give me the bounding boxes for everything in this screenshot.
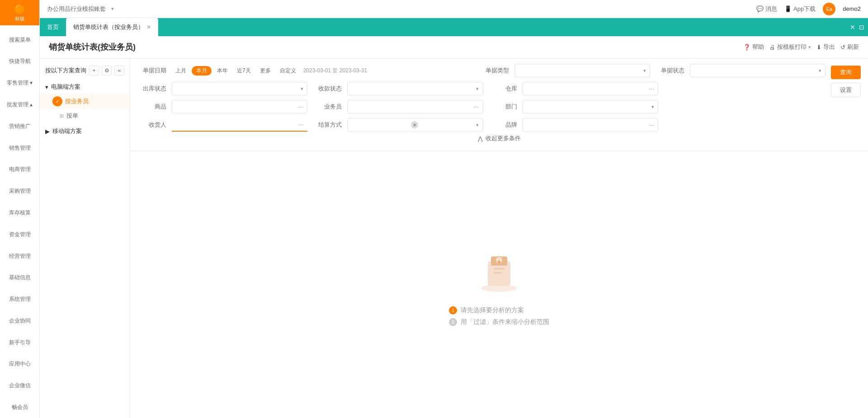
date-tab-last-7days[interactable]: 近7天 <box>233 66 255 76</box>
sidebar-item-system[interactable]: 系统管理 <box>0 288 39 310</box>
sidebar-item-guide[interactable]: 新手引导 <box>0 332 39 353</box>
tab-close-window-icon[interactable]: ✕ <box>850 24 855 31</box>
settlement-label: 结算方式 <box>313 121 342 129</box>
sidebar-item-member[interactable]: 畅会员 <box>0 396 39 418</box>
filter-row-status: 出库状态 ▾ 收款状态 ▾ 仓库 <box>137 82 826 95</box>
tab-maximize-icon[interactable]: ⊡ <box>859 24 864 31</box>
department-select[interactable]: ▾ <box>523 100 658 114</box>
plan-item-by-salesperson[interactable]: ✓ 按业务员 <box>40 94 130 109</box>
tip-text-2: 用「过滤」条件来缩小分析范围 <box>461 318 549 326</box>
print-label: 按模板打印 <box>777 43 807 51</box>
empty-tip-1: 1 请先选择要分析的方案 <box>449 306 549 314</box>
sidebar-item-wechat[interactable]: 企业微信 <box>0 375 39 397</box>
refresh-button[interactable]: ↺ 刷新 <box>840 43 859 51</box>
mobile-expand-icon: ▶ <box>45 128 50 135</box>
payment-status-label: 收款状态 <box>313 85 342 93</box>
collapse-icon: ⋀ <box>478 135 483 142</box>
print-button[interactable]: 🖨 按模板打印 ▾ <box>769 43 811 51</box>
brand-label: 品牌 <box>488 121 517 129</box>
empty-tips: 1 请先选择要分析的方案 2 用「过滤」条件来缩小分析范围 <box>449 306 549 326</box>
sidebar-item-operation[interactable]: 经营管理 <box>0 245 39 267</box>
warehouse-select[interactable]: ··· <box>523 82 658 95</box>
mobile-plan-group: ▶ 移动端方案 <box>40 124 130 138</box>
empty-tip-2: 2 用「过滤」条件来缩小分析范围 <box>449 318 549 326</box>
goods-label: 商品 <box>137 103 166 111</box>
salesperson-dots-icon: ··· <box>473 103 479 110</box>
tab-close-icon[interactable]: ✕ <box>146 24 151 30</box>
sidebar-item-quick[interactable]: 快捷导航 <box>0 51 39 72</box>
sidebar-item-base[interactable]: 基础信息 <box>0 267 39 289</box>
avatar[interactable]: Ea <box>823 3 835 15</box>
empty-state: 1 请先选择要分析的方案 2 用「过滤」条件来缩小分析范围 <box>130 151 868 418</box>
logo-icon: 🟠 <box>14 4 25 14</box>
tip-text-1: 请先选择要分析的方案 <box>461 306 524 314</box>
settlement-select[interactable]: ✕ ▾ <box>347 118 483 132</box>
order-status-select[interactable]: ▾ <box>690 64 826 77</box>
left-panel-title: 按以下方案查询 <box>45 66 86 75</box>
goods-select[interactable]: ··· <box>172 100 307 114</box>
refresh-label: 刷新 <box>847 43 859 51</box>
sidebar-nav: 搜索菜单 快捷导航 零售管理 ▾ 批发管理 ▴ 营销推广 销售管理 电商管理 采… <box>0 25 39 418</box>
date-tab-this-year[interactable]: 本年 <box>213 66 231 76</box>
filter-row-receiver: 收货人 ··· 结算方式 ✕ ▾ <box>137 118 826 132</box>
export-button[interactable]: ⬇ 导出 <box>816 43 835 51</box>
settlement-clear-icon[interactable]: ✕ <box>411 121 418 128</box>
salesperson-label: 业务员 <box>313 103 342 111</box>
message-action[interactable]: 💬 消息 <box>756 5 777 13</box>
date-tab-more[interactable]: 更多 <box>256 66 274 76</box>
sidebar-item-finance[interactable]: 资金管理 <box>0 223 39 245</box>
out-status-label: 出库状态 <box>137 85 166 93</box>
sidebar-item-enterprise[interactable]: 企业协同 <box>0 310 39 332</box>
query-button[interactable]: 查询 <box>831 66 861 79</box>
help-label: 帮助 <box>752 43 764 51</box>
tab-home-label: 首页 <box>47 23 59 31</box>
topbar-dropdown-icon[interactable]: ▾ <box>111 6 114 12</box>
collapse-more-button[interactable]: ⋀ 收起更多条件 <box>137 132 861 145</box>
app-download-action[interactable]: 📱 App下载 <box>784 5 816 13</box>
settings-button[interactable]: 设置 <box>831 83 861 97</box>
sidebar-item-ecommerce[interactable]: 电商管理 <box>0 159 39 180</box>
main-area: 办公用品行业模拟账套 ▾ 💬 消息 📱 App下载 Ea demo2 首页 销货… <box>40 0 868 418</box>
sidebar-item-purchase[interactable]: 采购管理 <box>0 180 39 202</box>
plan-item-by-order[interactable]: ⊞ 按单 <box>40 109 130 123</box>
tab-home[interactable]: 首页 <box>40 18 66 36</box>
sidebar-item-wholesale[interactable]: 批发管理 ▴ <box>0 94 39 115</box>
date-tab-custom[interactable]: 自定义 <box>276 66 300 76</box>
expand-icon: ▾ <box>45 84 48 90</box>
logo[interactable]: 🟠 标版 <box>0 0 40 25</box>
tip-num-2: 2 <box>449 318 457 326</box>
desktop-group-header[interactable]: ▾ 电脑端方案 <box>40 80 130 94</box>
topbar-right: 💬 消息 📱 App下载 Ea demo2 <box>756 3 861 15</box>
topbar: 办公用品行业模拟账套 ▾ 💬 消息 📱 App下载 Ea demo2 <box>40 0 868 18</box>
print-icon: 🖨 <box>769 44 775 51</box>
date-tab-last-month[interactable]: 上月 <box>172 66 190 76</box>
tab-sales-stat[interactable]: 销货单统计表（按业务员） ✕ <box>66 18 158 36</box>
content: 销货单统计表(按业务员) ❓ 帮助 🖨 按模板打印 ▾ ⬇ 导出 ↺ 刷新 <box>40 36 868 418</box>
plan-salesperson-label: 按业务员 <box>65 97 89 105</box>
sidebar-item-sales[interactable]: 销售管理 <box>0 137 39 159</box>
receiver-input[interactable]: ··· <box>172 118 307 132</box>
sidebar-item-retail[interactable]: 零售管理 ▾ <box>0 72 39 94</box>
sidebar-item-apps[interactable]: 应用中心 <box>0 353 39 375</box>
sidebar-item-marketing[interactable]: 营销推广 <box>0 115 39 137</box>
refresh-icon: ↺ <box>840 44 845 51</box>
order-type-select[interactable]: ▾ <box>514 64 650 77</box>
sidebar-item-search[interactable]: 搜索菜单 <box>0 29 39 51</box>
add-plan-button[interactable]: + <box>89 66 99 76</box>
sidebar-item-inventory[interactable]: 库存核算 <box>0 202 39 223</box>
payment-status-select[interactable]: ▾ <box>347 82 483 95</box>
print-chevron-icon: ▾ <box>808 44 811 50</box>
help-button[interactable]: ❓ 帮助 <box>743 43 764 51</box>
mobile-group-label: 移动端方案 <box>52 127 82 135</box>
date-tab-this-month[interactable]: 本月 <box>192 66 212 76</box>
filter-row-goods: 商品 ··· 业务员 ··· 部门 <box>137 100 826 114</box>
date-label: 单据日期 <box>137 66 166 75</box>
mobile-group-header[interactable]: ▶ 移动端方案 <box>40 124 130 138</box>
salesperson-select[interactable]: ··· <box>347 100 483 114</box>
page-actions: ❓ 帮助 🖨 按模板打印 ▾ ⬇ 导出 ↺ 刷新 <box>743 43 859 51</box>
topbar-title: 办公用品行业模拟账套 <box>47 5 106 13</box>
edit-plan-button[interactable]: ⚙ <box>102 66 112 76</box>
collapse-panel-button[interactable]: « <box>114 66 124 76</box>
out-status-select[interactable]: ▾ <box>172 82 307 95</box>
brand-select[interactable]: ··· <box>523 118 658 132</box>
